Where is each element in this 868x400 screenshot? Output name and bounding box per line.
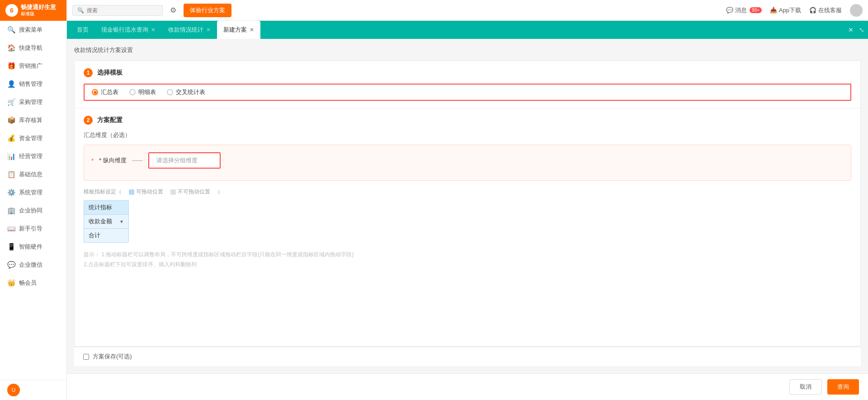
template-cross[interactable]: 交叉统计表 bbox=[167, 88, 205, 96]
tab-label: 现金银行流水查询 bbox=[101, 26, 148, 34]
sidebar-item-basic-info[interactable]: 📋 基础信息 bbox=[0, 165, 66, 184]
tab-label: 首页 bbox=[77, 26, 89, 34]
sidebar-item-label: 企业协同 bbox=[19, 207, 42, 215]
sidebar-item-finance[interactable]: 💰 资金管理 bbox=[0, 129, 66, 147]
tab-home[interactable]: 首页 bbox=[71, 21, 95, 39]
legend-draggable-label: 可拖动位置 bbox=[136, 188, 163, 196]
dimension-required-mark: * bbox=[91, 157, 94, 164]
book-icon: 📖 bbox=[7, 225, 15, 233]
sidebar-item-quick-nav[interactable]: 🏠 快捷导航 bbox=[0, 39, 66, 57]
indicator-settings: 模板指标设定（ 可拖动位置 不可拖动位置 ） 统计指标 bbox=[84, 188, 851, 243]
sidebar-nav: 🔍 搜索菜单 🏠 快捷导航 🎁 营销推广 👤 销售管理 🛒 采购管理 📦 库存核… bbox=[0, 21, 66, 380]
header-right: 💬 消息 99+ 📥 App下载 🎧 在线客服 bbox=[726, 4, 863, 17]
sidebar-item-purchase[interactable]: 🛒 采购管理 bbox=[0, 93, 66, 111]
sidebar: 6 畅捷通好生意 标准版 🔍 搜索菜单 🏠 快捷导航 🎁 营销推广 👤 销售管理… bbox=[0, 0, 67, 400]
tab-new-plan[interactable]: 新建方案 ✕ bbox=[217, 21, 260, 39]
legend-dot-fixed bbox=[170, 189, 176, 195]
indicator-block-subheader[interactable]: 收款金额 ▼ bbox=[84, 215, 128, 229]
support-label: 在线客服 bbox=[818, 6, 842, 14]
tab-close-icon[interactable]: ✕ bbox=[151, 27, 156, 33]
indicator-block-name: 收款金额 bbox=[89, 217, 112, 226]
building-icon: 🏢 bbox=[7, 207, 15, 215]
dimension-placeholder: 请选择分组维度 bbox=[156, 156, 198, 165]
user-icon: 👤 bbox=[7, 80, 15, 88]
radio-summary[interactable] bbox=[92, 89, 98, 95]
tips-section: 提示： 1.拖动标题栏可以调整布局，不可跨维度或指标区域拖动栏目字段(只能在同一… bbox=[84, 250, 851, 269]
support-item[interactable]: 🎧 在线客服 bbox=[809, 6, 842, 14]
chat-icon: 💬 bbox=[7, 261, 15, 269]
legend-fixed: 不可拖动位置 bbox=[170, 188, 210, 196]
search-icon: 🔍 bbox=[77, 7, 84, 14]
legend-draggable: 可拖动位置 bbox=[129, 188, 163, 196]
query-button[interactable]: 查询 bbox=[827, 379, 859, 395]
sidebar-item-system[interactable]: ⚙️ 系统管理 bbox=[0, 184, 66, 202]
money-icon: 💰 bbox=[7, 134, 15, 142]
search-icon: 🔍 bbox=[7, 26, 15, 34]
tab-close-icon[interactable]: ✕ bbox=[250, 27, 254, 33]
sidebar-item-corp[interactable]: 🏢 企业协同 bbox=[0, 202, 66, 220]
save-checkbox[interactable] bbox=[83, 354, 89, 360]
template-detail-label: 明细表 bbox=[138, 88, 156, 96]
dimension-arrow: —— bbox=[132, 157, 143, 164]
tab-bank-flow[interactable]: 现金银行流水查询 ✕ bbox=[95, 21, 162, 39]
sidebar-item-search[interactable]: 🔍 搜索菜单 bbox=[0, 21, 66, 39]
sidebar-item-corp-wechat[interactable]: 💬 企业微信 bbox=[0, 256, 66, 274]
sidebar-item-label: 智能硬件 bbox=[19, 243, 42, 251]
radio-cross[interactable] bbox=[167, 89, 173, 95]
sidebar-item-member[interactable]: 👑 畅会员 bbox=[0, 274, 66, 292]
tab-close-icon[interactable]: ✕ bbox=[206, 27, 211, 33]
settings-icon[interactable]: ⚙ bbox=[170, 6, 176, 14]
sidebar-item-inventory[interactable]: 📦 库存核算 bbox=[0, 111, 66, 129]
step1-section: 1 选择模板 汇总表 明细表 bbox=[75, 61, 860, 108]
message-label: 消息 bbox=[735, 6, 747, 14]
industry-btn[interactable]: 体验行业方案 bbox=[184, 4, 231, 17]
header-avatar[interactable] bbox=[850, 4, 863, 17]
sidebar-item-sales[interactable]: 👤 销售管理 bbox=[0, 75, 66, 93]
user-avatar: U bbox=[7, 384, 20, 396]
radio-detail[interactable] bbox=[129, 89, 136, 95]
message-item[interactable]: 💬 消息 99+ bbox=[726, 6, 762, 14]
save-section: 方案保存(可选) bbox=[74, 347, 861, 366]
sidebar-item-smart-hw[interactable]: 📱 智能硬件 bbox=[0, 238, 66, 256]
sidebar-item-operation[interactable]: 📊 经营管理 bbox=[0, 147, 66, 165]
legend-fixed-label: 不可拖动位置 bbox=[178, 188, 210, 196]
legend-close-paren: ） bbox=[217, 188, 223, 196]
template-summary[interactable]: 汇总表 bbox=[92, 88, 118, 96]
content-area: 收款情况统计方案设置 1 选择模板 汇总表 bbox=[67, 39, 868, 373]
download-icon: 📥 bbox=[770, 7, 777, 14]
mobile-icon: 📱 bbox=[7, 243, 15, 251]
chart-icon: 📊 bbox=[7, 152, 15, 160]
tab-label: 新建方案 bbox=[223, 26, 247, 34]
step1-title: 选择模板 bbox=[97, 69, 123, 77]
sidebar-item-guide[interactable]: 📖 新手引导 bbox=[0, 220, 66, 238]
search-box[interactable]: 🔍 bbox=[72, 5, 163, 16]
tip-line-1: 提示： 1.拖动标题栏可以调整布局，不可跨维度或指标区域拖动栏目字段(只能在同一… bbox=[84, 250, 851, 260]
sidebar-logo: 6 畅捷通好生意 标准版 bbox=[0, 0, 66, 21]
cancel-button[interactable]: 取消 bbox=[789, 379, 822, 395]
sidebar-item-label: 新手引导 bbox=[19, 225, 42, 233]
step1-header: 1 选择模板 bbox=[84, 68, 851, 77]
template-detail[interactable]: 明细表 bbox=[129, 88, 156, 96]
maximize-icon[interactable]: ⤡ bbox=[859, 26, 864, 33]
sidebar-item-label: 基础信息 bbox=[19, 170, 42, 179]
search-input[interactable] bbox=[87, 7, 150, 14]
message-icon: 💬 bbox=[726, 7, 733, 14]
message-badge: 99+ bbox=[750, 7, 762, 13]
gear-icon: ⚙️ bbox=[7, 188, 15, 197]
indicator-settings-label: 模板指标设定（ bbox=[84, 188, 122, 196]
tab-receipt-stats[interactable]: 收款情况统计 ✕ bbox=[162, 21, 217, 39]
sidebar-item-marketing[interactable]: 🎁 营销推广 bbox=[0, 57, 66, 75]
step2-badge: 2 bbox=[84, 116, 93, 125]
tip-line-2: 2.点击标题栏下拉可设置排序、插入列和删除列 bbox=[84, 260, 851, 270]
sidebar-item-label: 搜索菜单 bbox=[19, 26, 42, 34]
close-window-icon[interactable]: ✕ bbox=[848, 26, 854, 33]
radio-inner-summary bbox=[94, 91, 97, 94]
sidebar-item-label: 资金管理 bbox=[19, 134, 42, 142]
indicator-block-body: 合计 bbox=[84, 229, 128, 242]
tab-label: 收款情况统计 bbox=[168, 26, 203, 34]
sidebar-item-label: 快捷导航 bbox=[19, 44, 42, 52]
download-item[interactable]: 📥 App下载 bbox=[770, 6, 801, 14]
indicator-block-header: 统计指标 bbox=[84, 201, 128, 215]
dimension-input[interactable]: 请选择分组维度 bbox=[148, 152, 221, 169]
main-area: 🔍 ⚙ 体验行业方案 💬 消息 99+ 📥 App下载 🎧 在线客服 首页 bbox=[67, 0, 868, 400]
